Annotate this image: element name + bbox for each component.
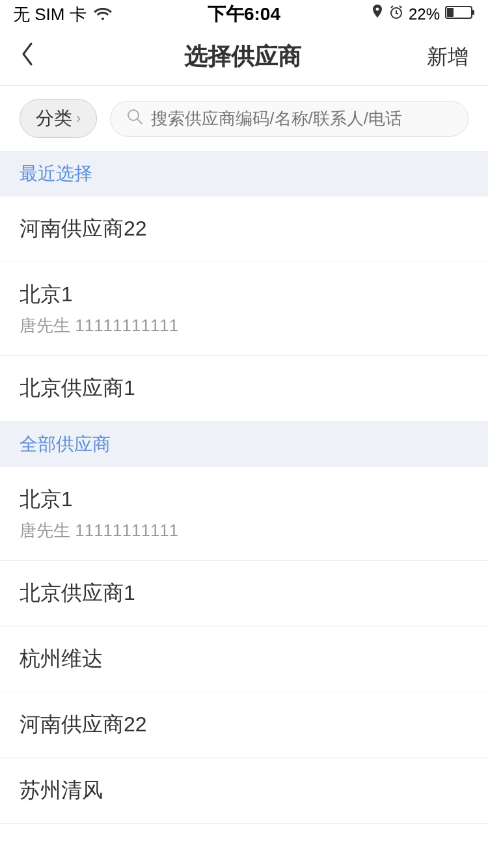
alarm-icon bbox=[389, 5, 403, 24]
list-item[interactable]: 北京供应商1 bbox=[0, 561, 488, 627]
item-name: 苏州清风 bbox=[20, 776, 468, 805]
search-box bbox=[110, 101, 468, 137]
status-left: 无 SIM 卡 bbox=[13, 3, 113, 26]
svg-line-4 bbox=[400, 6, 401, 8]
category-label: 分类 bbox=[36, 106, 72, 131]
location-icon bbox=[371, 5, 384, 24]
wifi-icon bbox=[93, 5, 113, 25]
svg-rect-7 bbox=[472, 10, 474, 15]
all-section-header: 全部供应商 bbox=[0, 422, 488, 467]
search-input[interactable] bbox=[151, 109, 452, 129]
back-button[interactable] bbox=[20, 41, 59, 74]
recent-section-header: 最近选择 bbox=[0, 151, 488, 197]
nav-bar: 选择供应商 新增 bbox=[0, 29, 488, 86]
battery-icon bbox=[445, 5, 475, 23]
svg-line-9 bbox=[137, 119, 142, 124]
list-item[interactable]: 北京供应商1 bbox=[0, 356, 488, 422]
status-time: 下午6:04 bbox=[208, 2, 280, 27]
status-bar: 无 SIM 卡 下午6:04 22% bbox=[0, 0, 488, 29]
recent-list: 河南供应商22 北京1 唐先生 11111111111 北京供应商1 bbox=[0, 197, 488, 422]
item-sub: 唐先生 11111111111 bbox=[20, 314, 468, 337]
chevron-right-icon: › bbox=[76, 110, 81, 127]
item-name: 河南供应商22 bbox=[20, 215, 468, 243]
item-name: 北京1 bbox=[20, 280, 468, 309]
list-item[interactable]: 北京1 唐先生 11111111111 bbox=[0, 262, 488, 356]
svg-rect-6 bbox=[447, 8, 454, 17]
all-section-label: 全部供应商 bbox=[20, 434, 111, 454]
list-item[interactable]: 苏州清风 bbox=[0, 758, 488, 824]
search-icon bbox=[126, 108, 143, 129]
item-name: 杭州维达 bbox=[20, 645, 468, 673]
filter-bar: 分类 › bbox=[0, 86, 488, 151]
list-item[interactable]: 杭州维达 bbox=[0, 627, 488, 692]
item-name: 河南供应商22 bbox=[20, 711, 468, 739]
recent-section-label: 最近选择 bbox=[20, 163, 92, 183]
add-button[interactable]: 新增 bbox=[427, 43, 468, 72]
page-title: 选择供应商 bbox=[184, 41, 301, 73]
sim-status: 无 SIM 卡 bbox=[13, 3, 87, 26]
item-name: 北京供应商1 bbox=[20, 579, 468, 608]
status-right: 22% bbox=[371, 5, 475, 24]
battery-text: 22% bbox=[409, 5, 440, 23]
category-button[interactable]: 分类 › bbox=[20, 99, 97, 138]
all-list: 北京1 唐先生 11111111111 北京供应商1 杭州维达 河南供应商22 … bbox=[0, 467, 488, 824]
svg-line-3 bbox=[391, 6, 393, 8]
item-name: 北京1 bbox=[20, 485, 468, 514]
item-name: 北京供应商1 bbox=[20, 374, 468, 403]
item-sub: 唐先生 11111111111 bbox=[20, 519, 468, 542]
list-item[interactable]: 北京1 唐先生 11111111111 bbox=[0, 467, 488, 561]
list-item[interactable]: 河南供应商22 bbox=[0, 692, 488, 758]
list-item[interactable]: 河南供应商22 bbox=[0, 197, 488, 262]
